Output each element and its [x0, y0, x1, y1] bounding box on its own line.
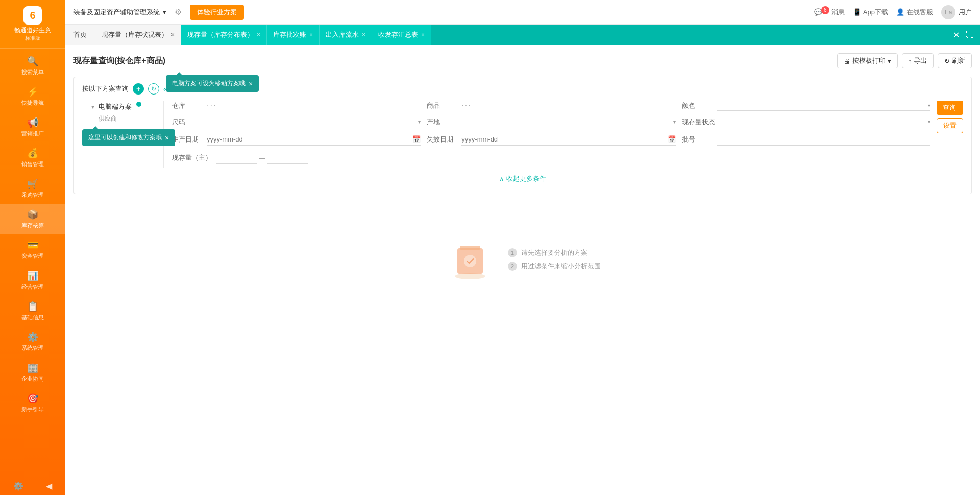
filter-fields: 仓库 ··· 商品 ··· 颜色 ▾ — [164, 101, 930, 168]
product-label: 商品 — [427, 101, 457, 110]
tab-close-inventory-dist[interactable]: × — [257, 31, 260, 38]
tab-inventory-batch[interactable]: 库存批次账 × — [266, 25, 319, 45]
tab-in-out-flow[interactable]: 出入库流水 × — [319, 25, 372, 45]
export-btn[interactable]: ↑ 导出 — [902, 53, 934, 68]
size-arrow: ▾ — [418, 119, 421, 125]
stock-status-arrow: ▾ — [928, 119, 930, 125]
tooltip-create-close[interactable]: × — [165, 134, 169, 142]
quick-icon: ⚡ — [27, 86, 38, 98]
page: 现存量查询(按仓库+商品) 🖨 按模板打印 ▾ ↑ 导出 ↻ 刷新 — [65, 45, 980, 495]
size-field: 尺码 ▾ — [172, 117, 421, 127]
sidebar-item-sales[interactable]: 💰 销售管理 — [0, 143, 65, 173]
produce-date-text[interactable] — [207, 135, 412, 143]
inventory-range-sep: — — [259, 154, 265, 162]
tab-inventory-dist[interactable]: 现存量（库存分布表） × — [181, 25, 266, 45]
settings-icon[interactable]: ⚙ — [175, 7, 182, 17]
produce-date-label: 生产日期 — [172, 135, 203, 144]
purchase-icon: 🛒 — [27, 178, 38, 190]
product-dots[interactable]: ··· — [461, 101, 471, 110]
tab-in-out-flow-label: 出入库流水 — [326, 30, 359, 39]
sidebar-item-enterprise[interactable]: 🏢 企业协同 — [0, 357, 65, 388]
industry-btn[interactable]: 体验行业方案 — [190, 5, 244, 20]
sidebar-item-operations[interactable]: 📊 经营管理 — [0, 265, 65, 296]
color-field: 颜色 ▾ — [682, 101, 930, 111]
tip-1-text: 请先选择要分析的方案 — [521, 248, 587, 257]
produce-date-field: 生产日期 📅 — [172, 133, 421, 146]
scheme-panel: 这里可以创建和修改方案哦 × ▼ 电脑端方案 供应商 — [82, 101, 164, 168]
setting-btn[interactable]: 设置 — [937, 118, 963, 133]
empty-tip-2: 2 用过滤条件来缩小分析范围 — [508, 262, 601, 271]
sidebar-item-system[interactable]: ⚙️ 系统管理 — [0, 326, 65, 357]
desktop-child-label: 供应商 — [99, 114, 117, 123]
refresh-btn[interactable]: ↻ 刷新 — [938, 53, 972, 68]
inventory-main-label: 现存量（主） — [172, 153, 212, 162]
inventory-max-input[interactable] — [267, 152, 308, 164]
color-select[interactable]: ▾ — [717, 101, 930, 111]
sidebar-item-quick[interactable]: ⚡ 快捷导航 — [0, 81, 65, 112]
inventory-min-input[interactable] — [216, 152, 257, 164]
settings-btn[interactable]: ⚙️ — [13, 481, 23, 491]
desktop-scheme-item[interactable]: ▼ 电脑端方案 — [90, 101, 159, 113]
filter-row-4: 现存量（主） — — [172, 152, 930, 164]
desktop-scheme-child[interactable]: 供应商 — [99, 113, 159, 125]
user-label: 用户 — [959, 8, 972, 17]
tooltip-scheme-close[interactable]: × — [249, 80, 253, 88]
tab-close-in-out-flow[interactable]: × — [362, 31, 365, 38]
tab-receive-send[interactable]: 收发存汇总表 × — [372, 25, 431, 45]
sidebar-logo: 6 畅通道好生意 标准版 — [0, 0, 65, 49]
stock-status-select[interactable]: ▾ — [719, 117, 930, 127]
main-area: 装备及固定资产辅助管理系统 ▾ ⚙ 体验行业方案 💬 6 消息 📱 App下载 … — [65, 0, 980, 495]
sidebar-item-basic[interactable]: 📋 基础信息 — [0, 296, 65, 326]
tab-fullscreen-icon[interactable]: ⛶ — [964, 28, 976, 41]
filter-header-label: 按以下方案查询 — [82, 84, 129, 93]
refresh-icon: ↻ — [944, 57, 950, 65]
tab-home[interactable]: 首页 — [65, 25, 95, 45]
tab-receive-send-label: 收发存汇总表 — [378, 30, 418, 39]
tab-inventory-status[interactable]: 现存量（库存状况表） × — [95, 25, 181, 45]
expire-date-input: 📅 — [461, 133, 675, 146]
app-download-action[interactable]: 📱 App下载 — [853, 8, 888, 17]
sidebar-item-inventory[interactable]: 📦 库存核算 — [0, 204, 65, 234]
size-select[interactable]: ▾ — [207, 117, 421, 127]
sidebar-item-purchase[interactable]: 🛒 采购管理 — [0, 173, 65, 204]
tooltip-create-text: 这里可以创建和修改方案哦 — [88, 133, 162, 142]
empty-state: 1 请先选择要分析的方案 2 用过滤条件来缩小分析范围 — [74, 202, 972, 316]
expire-date-calendar-icon[interactable]: 📅 — [668, 135, 676, 143]
tab-close-inventory-batch[interactable]: × — [309, 31, 313, 38]
origin-select[interactable]: ▾ — [461, 117, 675, 127]
filter-refresh-btn[interactable]: ↻ — [148, 83, 159, 95]
template-print-btn[interactable]: 🖨 按模板打印 ▾ — [837, 53, 898, 68]
system-title-area[interactable]: 装备及固定资产辅助管理系统 ▾ — [74, 8, 166, 17]
origin-arrow: ▾ — [673, 119, 676, 125]
export-label: 导出 — [914, 56, 927, 65]
sidebar-item-finance[interactable]: 💳 资金管理 — [0, 234, 65, 265]
sidebar-item-search[interactable]: 🔍 搜索菜单 — [0, 51, 65, 81]
inventory-icon: 📦 — [27, 209, 38, 220]
filter-add-btn[interactable]: + — [133, 83, 144, 95]
product-field: 商品 ··· — [427, 101, 675, 111]
phone-icon: 📱 — [853, 8, 861, 16]
online-service-action[interactable]: 👤 在线客服 — [896, 8, 933, 17]
batch-field: 批号 — [682, 133, 930, 146]
tab-close-all-icon[interactable]: ✕ — [951, 28, 962, 42]
warehouse-dots[interactable]: ··· — [207, 101, 216, 110]
produce-date-calendar-icon[interactable]: 📅 — [412, 135, 421, 143]
sidebar-item-marketing[interactable]: 📢 营销推广 — [0, 112, 65, 143]
expire-date-text[interactable] — [461, 135, 667, 143]
user-area[interactable]: Ea 用户 — [941, 5, 972, 19]
batch-input[interactable] — [717, 133, 930, 146]
message-action[interactable]: 💬 6 消息 — [814, 8, 845, 17]
tab-inventory-dist-label: 现存量（库存分布表） — [187, 30, 254, 39]
expire-date-label: 失效日期 — [427, 135, 457, 144]
tooltip-scheme-text: 电脑方案可设为移动方案哦 — [172, 79, 246, 88]
collapse-label: 收起更多条件 — [506, 174, 546, 183]
collapse-sidebar-btn[interactable]: ◀ — [46, 481, 52, 491]
tab-close-inventory-status[interactable]: × — [171, 31, 175, 38]
tab-close-receive-send[interactable]: × — [421, 31, 425, 38]
collapse-btn[interactable]: ∧ 收起更多条件 — [82, 170, 963, 187]
expire-date-field: 失效日期 📅 — [427, 133, 675, 146]
sidebar-item-guide[interactable]: 🎯 新手引导 — [0, 388, 65, 418]
query-btn[interactable]: 查询 — [937, 101, 963, 115]
message-label: 消息 — [831, 8, 845, 17]
message-badge: 6 — [821, 6, 829, 14]
